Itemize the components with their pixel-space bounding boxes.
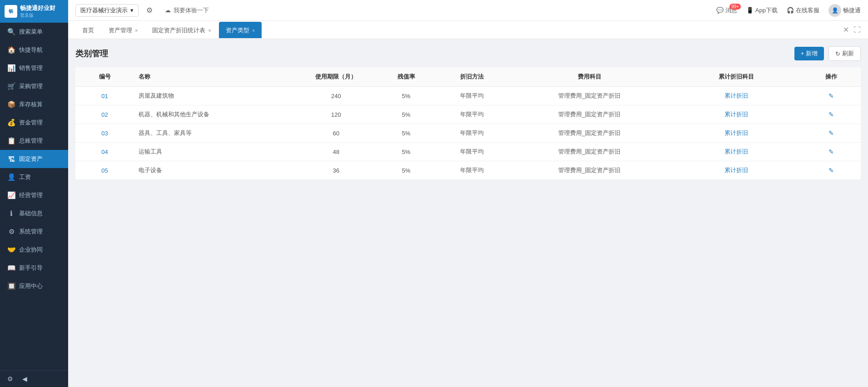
col-header-name: 名称 — [134, 67, 295, 87]
sidebar-item-guide[interactable]: 📖新手引导 — [0, 259, 68, 277]
sidebar-icon-funds: 💰 — [7, 119, 15, 127]
refresh-button[interactable]: ↻ 刷新 — [828, 46, 861, 61]
tab-asset-type[interactable]: 资产类型× — [219, 22, 262, 38]
tabs-bar: 首页资产管理×固定资产折旧统计表×资产类型× ✕ ⛶ — [68, 21, 868, 39]
sidebar-item-payroll[interactable]: 👤工资 — [0, 168, 68, 186]
sidebar-item-inventory[interactable]: 📦库存核算 — [0, 95, 68, 114]
cell-op-0: ✎ — [802, 87, 861, 105]
online-service-button[interactable]: 🎧 在线客服 — [787, 6, 819, 15]
cell-expense-1: 管理费用_固定资产折旧 — [509, 105, 670, 124]
message-button[interactable]: 💬 消息 99+ — [716, 6, 737, 15]
experience-button[interactable]: ☁ 我要体验一下 — [165, 6, 209, 15]
cell-method-1: 年限平均 — [436, 105, 509, 124]
topbar-settings-icon[interactable]: ⚙ — [143, 4, 156, 17]
col-header-accum: 累计折旧科目 — [670, 67, 802, 87]
tab-home[interactable]: 首页 — [75, 22, 101, 38]
table-row: 01 房屋及建筑物 240 5% 年限平均 管理费用_固定资产折旧 累计折旧 ✎ — [75, 87, 861, 105]
tab-asset-manage[interactable]: 资产管理× — [102, 22, 144, 38]
sidebar-icon-appcenter: 🔲 — [7, 282, 15, 290]
edit-icon-3[interactable]: ✎ — [828, 148, 834, 155]
sidebar-item-quicknav[interactable]: 🏠快捷导航 — [0, 41, 68, 59]
sidebar-label-fixed: 固定资产 — [19, 155, 43, 163]
content-area: 类别管理 + 新增 ↻ 刷新 编号 名称 使用期限（月） 残值率 折旧方法 — [68, 39, 868, 387]
cell-accum-4[interactable]: 累计折旧 — [670, 161, 802, 180]
sidebar-item-sysmanage[interactable]: ⚙系统管理 — [0, 223, 68, 241]
settings-icon[interactable]: ⚙ — [7, 375, 13, 382]
page-title: 类别管理 — [75, 48, 108, 59]
new-button[interactable]: + 新增 — [794, 47, 824, 60]
company-selector[interactable]: 医疗器械行业演示 ▾ — [75, 4, 139, 17]
cell-method-3: 年限平均 — [436, 143, 509, 161]
topbar: 医疗器械行业演示 ▾ ⚙ ☁ 我要体验一下 💬 消息 99+ 📱 App下载 🎧… — [68, 0, 868, 21]
sidebar-item-purchase[interactable]: 🛒采购管理 — [0, 77, 68, 95]
cell-expense-2: 管理费用_固定资产折旧 — [509, 124, 670, 143]
sidebar-label-search: 搜索菜单 — [19, 28, 43, 36]
cell-name-0: 房屋及建筑物 — [134, 87, 295, 105]
cell-code-0[interactable]: 01 — [75, 87, 134, 105]
cell-code-4[interactable]: 05 — [75, 161, 134, 180]
tab-fixed-depreciation[interactable]: 固定资产折旧统计表× — [145, 22, 218, 38]
close-tab-icon[interactable]: ✕ — [843, 25, 849, 34]
page-actions: + 新增 ↻ 刷新 — [794, 46, 861, 61]
table-head: 编号 名称 使用期限（月） 残值率 折旧方法 费用科目 累计折旧科目 操作 — [75, 67, 861, 87]
tab-label-asset-type: 资产类型 — [226, 26, 249, 35]
sidebar-item-funds[interactable]: 💰资金管理 — [0, 114, 68, 132]
sidebar-item-search[interactable]: 🔍搜索菜单 — [0, 23, 68, 41]
cell-op-4: ✎ — [802, 161, 861, 180]
cell-period-4: 36 — [295, 161, 377, 180]
table-row: 04 运输工具 48 5% 年限平均 管理费用_固定资产折旧 累计折旧 ✎ — [75, 143, 861, 161]
sidebar-label-funds: 资金管理 — [19, 119, 43, 127]
sidebar-item-ledger[interactable]: 📋总账管理 — [0, 132, 68, 150]
sidebar-label-guide: 新手引导 — [19, 264, 43, 272]
expand-icon[interactable]: ⛶ — [853, 26, 861, 34]
sidebar-icon-sysmanage: ⚙ — [7, 228, 15, 236]
sidebar-item-appcenter[interactable]: 🔲应用中心 — [0, 277, 68, 295]
tab-close-fixed-depreciation[interactable]: × — [208, 28, 211, 33]
collapse-icon[interactable]: ◀ — [22, 375, 27, 382]
table-body: 01 房屋及建筑物 240 5% 年限平均 管理费用_固定资产折旧 累计折旧 ✎… — [75, 87, 861, 180]
cell-accum-3[interactable]: 累计折旧 — [670, 143, 802, 161]
cell-code-2[interactable]: 03 — [75, 124, 134, 143]
cell-method-2: 年限平均 — [436, 124, 509, 143]
sidebar-item-bizmanage[interactable]: 📈经营管理 — [0, 186, 68, 204]
cell-period-2: 60 — [295, 124, 377, 143]
cell-code-3[interactable]: 04 — [75, 143, 134, 161]
sidebar-icon-guide: 📖 — [7, 264, 15, 272]
cell-period-3: 48 — [295, 143, 377, 161]
table-row: 05 电子设备 36 5% 年限平均 管理费用_固定资产折旧 累计折旧 ✎ — [75, 161, 861, 180]
sidebar-item-sales[interactable]: 📊销售管理 — [0, 59, 68, 77]
edit-icon-2[interactable]: ✎ — [828, 129, 834, 137]
sidebar-item-basicinfo[interactable]: ℹ基础信息 — [0, 204, 68, 223]
app-download-button[interactable]: 📱 App下载 — [746, 6, 778, 15]
sidebar-label-payroll: 工资 — [19, 173, 31, 181]
sidebar-item-fixed[interactable]: 🏗固定资产 — [0, 150, 68, 168]
sidebar-logo: 畅 畅捷通好业财 普及版 — [0, 0, 68, 23]
cell-name-4: 电子设备 — [134, 161, 295, 180]
sidebar-label-sysmanage: 系统管理 — [19, 228, 43, 236]
cloud-icon: ☁ — [165, 7, 171, 14]
edit-icon-4[interactable]: ✎ — [828, 167, 834, 174]
sidebar-item-enterprise[interactable]: 🤝企业协同 — [0, 241, 68, 259]
cell-method-4: 年限平均 — [436, 161, 509, 180]
avatar: 👤 — [828, 4, 841, 17]
experience-text: 我要体验一下 — [174, 6, 209, 15]
cell-expense-0: 管理费用_固定资产折旧 — [509, 87, 670, 105]
user-label: 畅捷通 — [843, 6, 861, 15]
sidebar-label-ledger: 总账管理 — [19, 137, 43, 145]
sidebar-icon-fixed: 🏗 — [7, 155, 15, 163]
tab-close-asset-manage[interactable]: × — [135, 28, 138, 33]
tab-close-asset-type[interactable]: × — [252, 28, 255, 33]
cell-accum-0[interactable]: 累计折旧 — [670, 87, 802, 105]
cell-accum-2[interactable]: 累计折旧 — [670, 124, 802, 143]
sidebar-icon-quicknav: 🏠 — [7, 46, 15, 54]
sidebar-label-sales: 销售管理 — [19, 64, 43, 72]
edit-icon-1[interactable]: ✎ — [828, 111, 834, 118]
tab-label-asset-manage: 资产管理 — [109, 26, 132, 35]
sidebar-icon-basicinfo: ℹ — [7, 209, 15, 218]
cell-code-1[interactable]: 02 — [75, 105, 134, 124]
sidebar-label-purchase: 采购管理 — [19, 82, 43, 90]
user-button[interactable]: 👤 畅捷通 — [828, 4, 861, 17]
edit-icon-0[interactable]: ✎ — [828, 92, 834, 99]
cell-method-0: 年限平均 — [436, 87, 509, 105]
cell-accum-1[interactable]: 累计折旧 — [670, 105, 802, 124]
